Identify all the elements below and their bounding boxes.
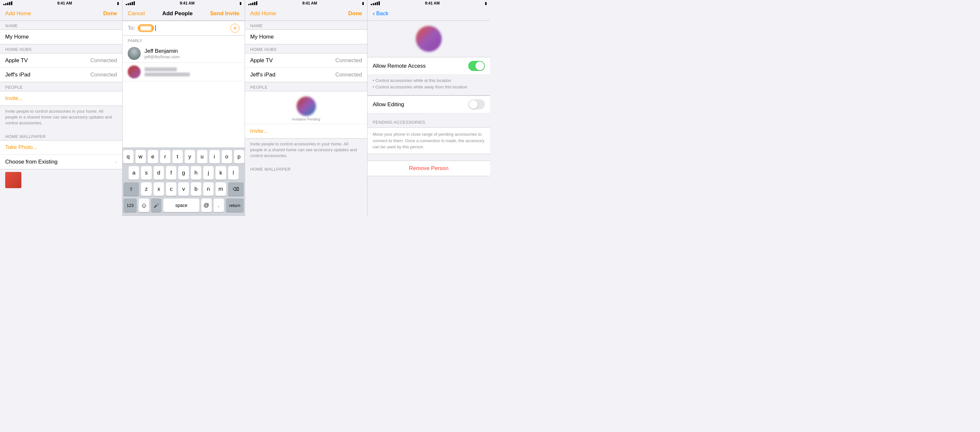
key-o[interactable]: o bbox=[222, 150, 232, 164]
key-at[interactable]: @ bbox=[201, 199, 212, 212]
blurred-info bbox=[145, 67, 190, 76]
appletv-label-3: Apple TV bbox=[250, 57, 273, 64]
family-header: FAMILY bbox=[123, 36, 245, 44]
contact-blurred[interactable] bbox=[123, 63, 245, 81]
key-f[interactable]: f bbox=[166, 166, 176, 180]
invitation-avatar bbox=[296, 97, 316, 116]
nav-bar-2: Cancel Add People Send Invite bbox=[123, 6, 245, 21]
name-section-header-3: NAME bbox=[245, 21, 367, 29]
remove-person-button[interactable]: Remove Person bbox=[409, 165, 449, 172]
key-mic[interactable]: 🎤 bbox=[151, 199, 161, 212]
key-123[interactable]: 123 bbox=[124, 199, 137, 212]
take-photo-btn[interactable]: Take Photo... bbox=[5, 144, 37, 151]
key-m[interactable]: m bbox=[215, 182, 226, 196]
key-b[interactable]: b bbox=[191, 182, 201, 196]
contact-jeff[interactable]: Jeff Benjamin jeff@9to5mac.com bbox=[123, 44, 245, 63]
remove-person-cell[interactable]: Remove Person bbox=[368, 160, 490, 176]
nav-done-3[interactable]: Done bbox=[348, 10, 362, 17]
person-cell[interactable]: Invitation Pending bbox=[245, 91, 367, 124]
key-t[interactable]: t bbox=[172, 150, 183, 164]
cursor bbox=[155, 25, 156, 31]
key-r[interactable]: r bbox=[160, 150, 170, 164]
key-c[interactable]: c bbox=[166, 182, 176, 196]
name-section-header-1: NAME bbox=[0, 21, 122, 29]
key-e[interactable]: e bbox=[148, 150, 158, 164]
kb-row-2: a s d f g h j k l bbox=[124, 166, 244, 180]
people-group-3: Invitation Pending Invite... bbox=[245, 91, 367, 138]
invite-cell-1[interactable]: Invite... bbox=[0, 91, 122, 106]
key-y[interactable]: y bbox=[185, 150, 195, 164]
key-shift[interactable]: ⇧ bbox=[124, 182, 139, 196]
remote-access-toggle[interactable] bbox=[468, 61, 485, 71]
key-a[interactable]: a bbox=[129, 166, 139, 180]
cancel-button[interactable]: Cancel bbox=[128, 10, 145, 17]
panel4-content: Allow Remote Access • Control accessorie… bbox=[368, 21, 490, 216]
nav-left-1[interactable]: Add Home bbox=[5, 10, 31, 17]
ipad-value-1: Connected bbox=[91, 71, 117, 78]
invite-button-1[interactable]: Invite... bbox=[5, 95, 23, 102]
editing-toggle[interactable] bbox=[468, 99, 485, 110]
pending-description: Move your phone in close range of pendin… bbox=[368, 127, 490, 154]
key-g[interactable]: g bbox=[178, 166, 189, 180]
key-i[interactable]: i bbox=[209, 150, 220, 164]
ipad-value-3: Connected bbox=[336, 71, 362, 78]
hubs-group-3: Apple TV Connected Jeff's iPad Connected bbox=[245, 53, 367, 82]
key-n[interactable]: n bbox=[203, 182, 213, 196]
send-invite-button[interactable]: Send Invite bbox=[210, 10, 240, 17]
nav-left-3[interactable]: Add Home bbox=[250, 10, 276, 17]
back-button[interactable]: ‹ Back bbox=[373, 10, 388, 17]
nav-title-2: Add People bbox=[162, 10, 193, 17]
home-name-cell-3[interactable]: My Home bbox=[245, 30, 367, 44]
key-u[interactable]: u bbox=[197, 150, 207, 164]
key-v[interactable]: v bbox=[178, 182, 189, 196]
invite-cell-3[interactable]: Invite... bbox=[245, 124, 367, 138]
signal-dots-4 bbox=[371, 1, 380, 5]
panel-add-people: 9:41 AM ▮ Cancel Add People Send Invite … bbox=[123, 0, 245, 216]
to-label: To: bbox=[128, 25, 135, 32]
key-j[interactable]: j bbox=[203, 166, 213, 180]
panel-home-with-person: 9:41 AM ▮ Add Home Done NAME My Home HOM… bbox=[245, 0, 368, 216]
key-w[interactable]: w bbox=[135, 150, 146, 164]
key-l[interactable]: l bbox=[228, 166, 239, 180]
invite-description-1: Invite people to control accessories in … bbox=[0, 106, 122, 132]
status-bar-2: 9:41 AM ▮ bbox=[123, 0, 245, 6]
keyboard[interactable]: q w e r t y u i o p a s d f g h j k l ⇧ … bbox=[123, 147, 245, 216]
invite-button-3[interactable]: Invite... bbox=[250, 128, 268, 134]
key-z[interactable]: z bbox=[141, 182, 151, 196]
signal-dots-2 bbox=[126, 1, 135, 5]
to-bar: To: ████ + bbox=[123, 21, 245, 36]
appletv-cell-1: Apple TV Connected bbox=[0, 54, 122, 68]
people-section-header-3: PEOPLE bbox=[245, 82, 367, 91]
add-recipient-button[interactable]: + bbox=[231, 24, 240, 33]
key-k[interactable]: k bbox=[215, 166, 226, 180]
wallpaper-thumbnail[interactable] bbox=[5, 172, 21, 188]
key-s[interactable]: s bbox=[141, 166, 151, 180]
key-q[interactable]: q bbox=[123, 150, 134, 164]
remote-access-section: Allow Remote Access • Control accessorie… bbox=[368, 57, 490, 95]
invitation-label: Invitation Pending bbox=[292, 117, 320, 124]
contacts-list: FAMILY Jeff Benjamin jeff@9to5mac.com bbox=[123, 36, 245, 147]
key-dot[interactable]: . bbox=[213, 199, 224, 212]
name-group-3: My Home bbox=[245, 29, 367, 44]
key-delete[interactable]: ⌫ bbox=[228, 182, 244, 196]
jeff-avatar bbox=[128, 47, 141, 60]
remote-access-toggle-container: Allow Remote Access bbox=[368, 57, 490, 75]
key-h[interactable]: h bbox=[191, 166, 201, 180]
blurred-email bbox=[145, 73, 190, 76]
home-name-cell-1[interactable]: My Home bbox=[0, 30, 122, 44]
key-x[interactable]: x bbox=[154, 182, 164, 196]
status-time-1: 9:41 AM bbox=[57, 1, 72, 5]
choose-existing-cell[interactable]: Choose from Existing › bbox=[0, 155, 122, 169]
key-space[interactable]: space bbox=[163, 199, 199, 212]
key-emoji[interactable]: ☺ bbox=[139, 199, 149, 212]
appletv-value-3: Connected bbox=[336, 57, 362, 64]
key-return[interactable]: return bbox=[226, 199, 244, 212]
nav-done-1[interactable]: Done bbox=[103, 10, 117, 17]
hubs-section-header-1: HOME HUBS bbox=[0, 44, 122, 53]
take-photo-cell[interactable]: Take Photo... bbox=[0, 141, 122, 155]
to-input[interactable]: ████ bbox=[138, 24, 228, 32]
choose-existing-label: Choose from Existing bbox=[5, 159, 58, 165]
key-d[interactable]: d bbox=[154, 166, 164, 180]
key-p[interactable]: p bbox=[234, 150, 244, 164]
ipad-label-1: Jeff's iPad bbox=[5, 71, 30, 78]
